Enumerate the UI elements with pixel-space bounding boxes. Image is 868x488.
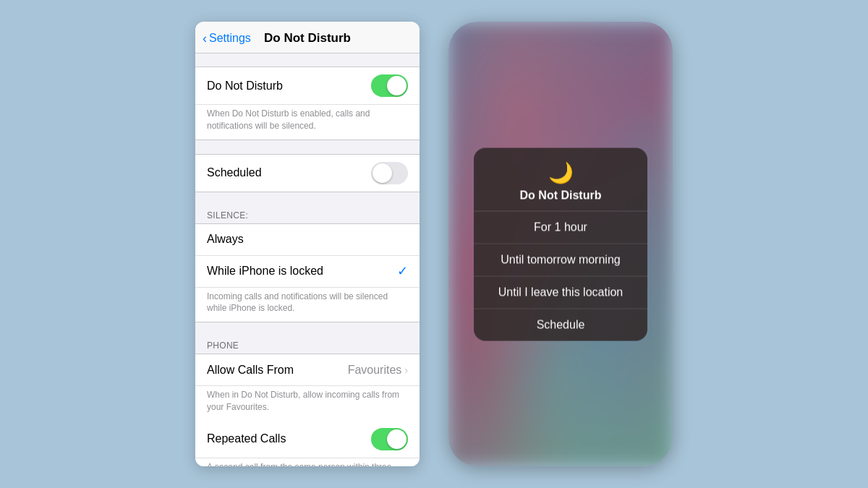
allow-calls-label: Allow Calls From [207, 364, 348, 377]
dnd-popup-header: 🌙 Do Not Disturb [474, 147, 647, 211]
scheduled-section: Scheduled [195, 154, 420, 192]
chevron-icon: › [404, 364, 408, 376]
repeated-calls-row: Repeated Calls [195, 421, 420, 458]
dnd-popup: 🌙 Do Not Disturb For 1 hour Until tomorr… [474, 147, 647, 341]
moon-icon: 🌙 [548, 160, 574, 184]
until-leave-location-item[interactable]: Until I leave this location [474, 276, 647, 309]
dnd-description: When Do Not Disturb is enabled, calls an… [195, 105, 420, 140]
phone-section: Allow Calls From Favourites › When in Do… [195, 354, 420, 466]
repeated-calls-toggle[interactable] [371, 428, 408, 450]
scheduled-label: Scheduled [207, 166, 371, 179]
toggle-thumb-scheduled [373, 163, 392, 183]
scheduled-toggle[interactable] [371, 162, 408, 184]
toggle-thumb [387, 76, 407, 95]
silence-description: Incoming calls and notifications will be… [195, 288, 420, 322]
chevron-left-icon: ‹ [203, 32, 207, 45]
always-row[interactable]: Always [195, 224, 420, 256]
dnd-toggle[interactable] [371, 74, 408, 97]
settings-panel: ‹ Settings Do Not Disturb Do Not Disturb… [195, 22, 420, 466]
dnd-label: Do Not Disturb [207, 80, 371, 93]
allow-calls-value: Favourites [348, 364, 402, 377]
settings-content: Do Not Disturb When Do Not Disturb is en… [195, 53, 420, 466]
nav-bar: ‹ Settings Do Not Disturb [195, 22, 420, 53]
toggle-thumb-repeated [387, 429, 407, 449]
back-label: Settings [209, 32, 251, 45]
page-title: Do Not Disturb [264, 31, 351, 46]
locked-row[interactable]: While iPhone is locked ✓ [195, 256, 420, 288]
for-1-hour-item[interactable]: For 1 hour [474, 211, 647, 244]
locked-label: While iPhone is locked [207, 265, 397, 278]
allow-calls-description: When in Do Not Disturb, allow incoming c… [195, 386, 420, 421]
silence-section: Always While iPhone is locked ✓ Incoming… [195, 223, 420, 323]
silence-section-label: SILENCE: [195, 206, 420, 223]
phone-section-label: PHONE [195, 336, 420, 354]
phone-panel: 🌙 Do Not Disturb For 1 hour Until tomorr… [448, 22, 673, 466]
dnd-popup-title: Do Not Disturb [520, 189, 602, 202]
always-label: Always [207, 233, 408, 246]
repeated-description: A second call from the same person withi… [195, 458, 420, 466]
schedule-item[interactable]: Schedule [474, 309, 647, 341]
allow-calls-row[interactable]: Allow Calls From Favourites › [195, 354, 420, 386]
back-button[interactable]: ‹ Settings [203, 32, 251, 45]
repeated-calls-label: Repeated Calls [207, 432, 371, 445]
dnd-section: Do Not Disturb When Do Not Disturb is en… [195, 67, 420, 140]
checkmark-icon: ✓ [397, 263, 408, 279]
dnd-row: Do Not Disturb [195, 67, 420, 105]
until-tomorrow-item[interactable]: Until tomorrow morning [474, 244, 647, 276]
scheduled-row: Scheduled [195, 155, 420, 192]
